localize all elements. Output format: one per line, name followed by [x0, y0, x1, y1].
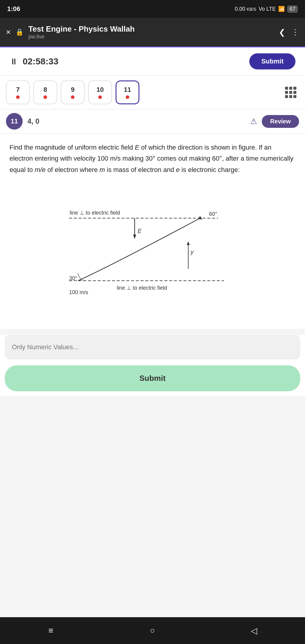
timer-display: 02:58:33 — [23, 56, 58, 66]
svg-marker-6 — [198, 216, 203, 221]
question-grid-button[interactable] — [282, 84, 299, 101]
diagram-area: line ⊥ to electric field 60° E line ⊥ to… — [10, 182, 295, 314]
svg-text:100 m/s: 100 m/s — [69, 289, 88, 295]
status-right: 0.00 KB/S Vo LTE 📶 67 — [235, 5, 298, 13]
network-type: Vo LTE — [259, 6, 276, 12]
numeric-input-container[interactable] — [5, 335, 300, 359]
q-nav-label-11: 11 — [124, 86, 131, 94]
physics-diagram: line ⊥ to electric field 60° E line ⊥ to… — [51, 182, 254, 314]
battery-indicator: 67 — [287, 5, 298, 13]
question-content: Find the magnitude of uniform electric f… — [0, 134, 305, 329]
question-nav-7[interactable]: 7 — [6, 80, 30, 104]
q-nav-dot-10 — [98, 95, 102, 99]
svg-text:y: y — [190, 249, 194, 255]
q-nav-label-9: 9 — [71, 86, 74, 94]
menu-icon: ≡ — [48, 626, 53, 635]
network-speed: 0.00 KB/S — [235, 6, 256, 12]
nav-back-button[interactable]: ◁ — [242, 622, 266, 640]
app-title: Test Engine - Physics Wallah — [28, 24, 274, 34]
svg-text:line ⊥ to electric field: line ⊥ to electric field — [70, 210, 120, 216]
submit-bottom-button[interactable]: Submit — [5, 365, 300, 391]
question-nav-9[interactable]: 9 — [61, 80, 85, 104]
svg-marker-12 — [187, 241, 190, 245]
q-nav-label-8: 8 — [43, 86, 47, 94]
nav-menu-button[interactable]: ≡ — [39, 622, 63, 640]
app-subtitle: pw.live — [28, 34, 274, 40]
home-icon: ○ — [150, 626, 155, 635]
status-time: 1:06 — [7, 5, 20, 13]
q-nav-dot-11 — [126, 95, 129, 99]
more-options-button[interactable]: ⋮ — [291, 28, 299, 37]
app-bar-title-section: Test Engine - Physics Wallah pw.live — [28, 24, 274, 40]
grid-icon — [285, 87, 296, 98]
question-score: 4, 0 — [27, 117, 245, 125]
timer-controls: ⏸ 02:58:33 — [10, 56, 58, 66]
svg-text:30°: 30° — [69, 275, 77, 281]
back-icon: ◁ — [251, 626, 257, 636]
nav-home-button[interactable]: ○ — [141, 622, 164, 640]
lock-icon: 🔒 — [15, 28, 24, 36]
svg-text:line ⊥ to electric field: line ⊥ to electric field — [117, 285, 167, 291]
warning-icon[interactable]: ⚠ — [250, 117, 257, 126]
svg-text:60°: 60° — [209, 211, 217, 217]
bottom-navigation: ≡ ○ ◁ — [0, 617, 305, 644]
app-bar-actions: ❮ ⋮ — [279, 28, 299, 37]
question-text: Find the magnitude of uniform electric f… — [10, 142, 295, 175]
q-nav-dot-9 — [71, 95, 74, 99]
current-question-number: 11 — [6, 113, 23, 130]
q-nav-dot-7 — [16, 95, 20, 99]
timer-row: ⏸ 02:58:33 Submit — [0, 47, 305, 76]
question-nav-10[interactable]: 10 — [88, 80, 112, 104]
review-button[interactable]: Review — [262, 115, 299, 128]
content-spacer — [0, 396, 305, 485]
app-bar: × 🔒 Test Engine - Physics Wallah pw.live… — [0, 18, 305, 46]
close-button[interactable]: × — [6, 27, 11, 37]
question-navigation: 7 8 9 10 11 — [0, 76, 305, 109]
signal-bars: 📶 — [278, 6, 285, 12]
q-nav-label-7: 7 — [16, 86, 20, 94]
question-status-row: 11 4, 0 ⚠ Review — [0, 109, 305, 134]
input-section: Submit — [0, 335, 305, 396]
question-nav-11[interactable]: 11 — [116, 80, 139, 104]
q-nav-dot-8 — [43, 95, 47, 99]
q-nav-label-10: 10 — [97, 86, 104, 94]
svg-text:E: E — [138, 228, 142, 234]
submit-header-button[interactable]: Submit — [249, 53, 295, 69]
status-bar: 1:06 0.00 KB/S Vo LTE 📶 67 — [0, 0, 305, 18]
share-button[interactable]: ❮ — [279, 28, 285, 37]
question-nav-8[interactable]: 8 — [33, 80, 57, 104]
svg-marker-4 — [133, 235, 136, 239]
numeric-answer-input[interactable] — [12, 343, 293, 351]
pause-button[interactable]: ⏸ — [10, 57, 18, 66]
